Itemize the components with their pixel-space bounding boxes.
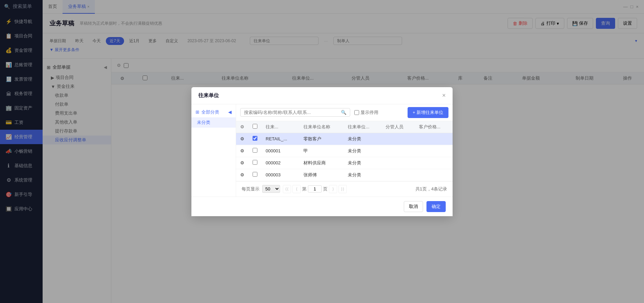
partner-table: ⚙ 往来... 往来单位名称 往来单位... 分管人员 客户价格... ⚙ xyxy=(236,121,453,181)
partner-data-table: ⚙ 往来... 往来单位名称 往来单位... 分管人员 客户价格... ⚙ xyxy=(236,121,453,181)
partner-table-row[interactable]: ⚙ 000002 材料供应商 未分类 xyxy=(236,157,453,169)
add-partner-btn[interactable]: + 新增往来单位 xyxy=(408,107,448,118)
page-label-prefix: 第 xyxy=(302,186,307,192)
row-manager xyxy=(381,133,414,145)
row-settings: ⚙ xyxy=(236,145,248,157)
row-select-checkbox[interactable] xyxy=(253,136,257,141)
row-name: 材料供应商 xyxy=(299,157,344,169)
show-inactive-label: 显示停用 xyxy=(354,109,378,116)
category-uncategorized[interactable]: 未分类 xyxy=(191,117,236,128)
per-page-label: 每页显示 xyxy=(242,186,259,192)
cancel-btn[interactable]: 取消 xyxy=(404,201,423,212)
row-manager xyxy=(381,145,414,157)
modal-title: 往来单位 xyxy=(198,92,219,99)
page-number-input[interactable] xyxy=(308,185,322,193)
search-icon: 🔍 xyxy=(341,110,346,115)
row-price-level xyxy=(415,145,453,157)
row-select-checkbox[interactable] xyxy=(253,172,257,177)
row-category: 未分类 xyxy=(344,157,381,169)
row-select-checkbox[interactable] xyxy=(253,148,257,153)
partner-table-row[interactable]: ⚙ 000001 甲 未分类 xyxy=(236,145,453,157)
row-category: 未分类 xyxy=(344,133,381,145)
modal-header: 往来单位 × xyxy=(191,87,453,104)
pagination-controls: ⟨⟨ ⟨ 第 页 ⟩ ⟩⟩ xyxy=(283,185,410,193)
grid-icon: ⊞ xyxy=(196,109,199,115)
col-settings: ⚙ xyxy=(236,121,248,133)
per-page-select[interactable]: 50 100 xyxy=(262,185,280,193)
partner-table-header: ⚙ 往来... 往来单位名称 往来单位... 分管人员 客户价格... xyxy=(236,121,453,133)
next-page-btn[interactable]: ⟩ xyxy=(329,185,337,193)
col-manager: 分管人员 xyxy=(381,121,414,133)
prev-page-btn[interactable]: ⟨ xyxy=(292,185,301,193)
row-name: 张师傅 xyxy=(299,169,344,181)
modal-overlay: 往来单位 × ⊞ 全部分类 ◀ 未分类 xyxy=(0,0,644,303)
row-manager xyxy=(381,157,414,169)
row-code: 000002 xyxy=(262,157,299,169)
page-label-suffix: 页 xyxy=(323,186,327,192)
category-panel: ⊞ 全部分类 ◀ 未分类 xyxy=(191,104,236,197)
col-code: 往来... xyxy=(262,121,299,133)
confirm-btn[interactable]: 确定 xyxy=(426,201,446,212)
partner-modal: 往来单位 × ⊞ 全部分类 ◀ 未分类 xyxy=(191,87,453,216)
row-settings: ⚙ xyxy=(236,157,248,169)
row-checkbox[interactable] xyxy=(248,169,262,181)
modal-pagination: 每页显示 50 100 ⟨⟨ ⟨ 第 页 ⟩ ⟩⟩ 共1页，4条记录 xyxy=(236,181,453,197)
modal-body: ⊞ 全部分类 ◀ 未分类 🔍 显示停用 xyxy=(191,104,453,197)
row-code: 000001 xyxy=(262,145,299,157)
row-category: 未分类 xyxy=(344,145,381,157)
modal-close-btn[interactable]: × xyxy=(442,92,446,99)
action-footer: 取消 确定 xyxy=(191,197,453,216)
row-checkbox[interactable] xyxy=(248,145,262,157)
content-toolbar: 🔍 显示停用 + 新增往来单位 xyxy=(236,104,453,121)
first-page-btn[interactable]: ⟨⟨ xyxy=(283,185,291,193)
show-inactive-checkbox[interactable] xyxy=(354,110,359,115)
partner-table-row[interactable]: ⚙ RETAIL_... 零散客户 未分类 xyxy=(236,133,453,145)
all-category-btn[interactable]: ⊞ 全部分类 ◀ xyxy=(191,107,236,117)
row-settings: ⚙ xyxy=(236,133,248,145)
category-collapse-btn[interactable]: ◀ xyxy=(228,109,232,115)
search-input[interactable] xyxy=(244,110,339,115)
row-price-level xyxy=(415,157,453,169)
row-checkbox[interactable] xyxy=(248,157,262,169)
partner-select-all[interactable] xyxy=(253,124,257,129)
category-uncategorized-label: 未分类 xyxy=(197,120,210,125)
row-category: 未分类 xyxy=(344,169,381,181)
row-name: 零散客户 xyxy=(299,133,344,145)
col-category: 往来单位... xyxy=(344,121,381,133)
row-checkbox[interactable] xyxy=(248,133,262,145)
all-category-label: 全部分类 xyxy=(201,109,219,115)
col-checkbox xyxy=(248,121,262,133)
partner-header-row: ⚙ 往来... 往来单位名称 往来单位... 分管人员 客户价格... xyxy=(236,121,453,133)
row-manager xyxy=(381,169,414,181)
add-partner-label: + 新增往来单位 xyxy=(413,109,443,116)
col-price: 客户价格... xyxy=(415,121,453,133)
row-name: 甲 xyxy=(299,145,344,157)
partner-table-row[interactable]: ⚙ 000003 张师傅 未分类 xyxy=(236,169,453,181)
row-code: 000003 xyxy=(262,169,299,181)
content-panel: 🔍 显示停用 + 新增往来单位 ⚙ xyxy=(236,104,453,197)
partner-table-body: ⚙ RETAIL_... 零散客户 未分类 ⚙ 000001 甲 未分类 ⚙ 0… xyxy=(236,133,453,181)
total-info: 共1页，4条记录 xyxy=(415,186,447,192)
row-select-checkbox[interactable] xyxy=(253,160,257,165)
row-price-level xyxy=(415,169,453,181)
row-price-level xyxy=(415,133,453,145)
col-name: 往来单位名称 xyxy=(299,121,344,133)
last-page-btn[interactable]: ⟩⟩ xyxy=(338,185,347,193)
search-box: 🔍 xyxy=(240,108,350,117)
row-code: RETAIL_... xyxy=(262,133,299,145)
row-settings: ⚙ xyxy=(236,169,248,181)
